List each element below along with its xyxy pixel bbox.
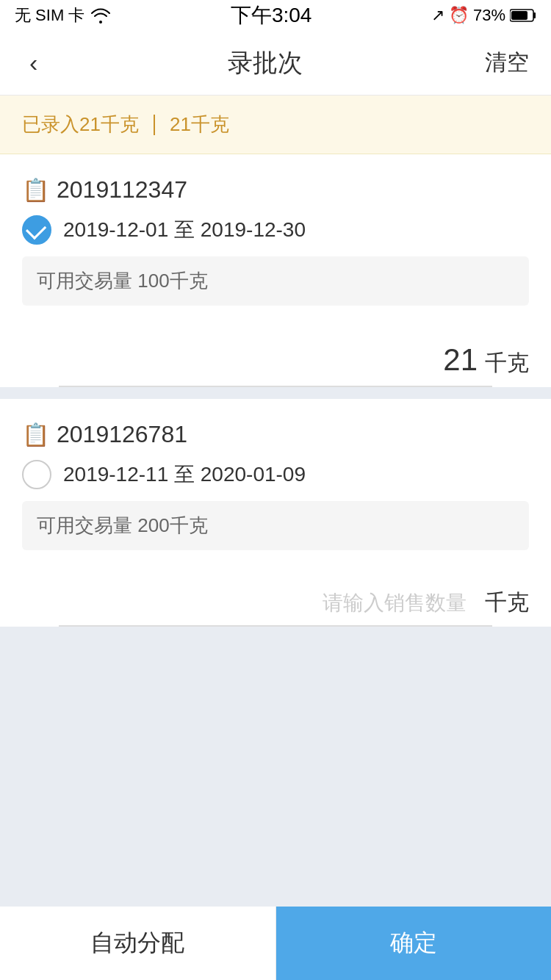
battery-icon xyxy=(510,8,536,23)
batch-2-date: 2019-12-11 至 2020-01-09 xyxy=(63,461,306,489)
batch-1-date: 2019-12-01 至 2019-12-30 xyxy=(63,216,306,244)
status-right: ↗ ⏰ 73% xyxy=(431,6,536,25)
batch-1-amount-row: 21 千克 xyxy=(0,328,551,386)
recorded-label: 已录入21千克 xyxy=(22,112,139,137)
batch-2-header: 📋 2019126781 xyxy=(22,421,529,448)
batch-1-amount-unit: 千克 xyxy=(485,348,529,378)
location-icon: ↗ xyxy=(431,6,444,25)
batch-1-date-row[interactable]: 2019-12-01 至 2019-12-30 xyxy=(22,215,529,245)
info-amount: 21千克 xyxy=(170,112,229,137)
alarm-icon: ⏰ xyxy=(449,6,469,25)
batch-2-qty-input[interactable] xyxy=(257,587,478,616)
batch-1-radio[interactable] xyxy=(22,215,51,245)
batch-2-available: 可用交易量 200千克 xyxy=(22,501,529,550)
svg-rect-2 xyxy=(511,11,527,20)
auto-distribute-button[interactable]: 自动分配 xyxy=(0,907,276,980)
status-time: 下午3:04 xyxy=(231,1,312,29)
batch-1-amount-value: 21 xyxy=(443,342,478,378)
confirm-button[interactable]: 确定 xyxy=(276,907,552,980)
status-left: 无 SIM 卡 xyxy=(15,4,111,26)
svg-rect-1 xyxy=(533,12,536,18)
batch-2-icon: 📋 xyxy=(22,422,49,447)
no-sim-text: 无 SIM 卡 xyxy=(15,4,84,26)
info-banner: 已录入21千克 21千克 xyxy=(0,96,551,154)
nav-bar: ‹ 录批次 清空 xyxy=(0,31,551,96)
batch-2-unit: 千克 xyxy=(485,588,529,618)
section-separator-1 xyxy=(0,387,551,399)
batch-2-date-row[interactable]: 2019-12-11 至 2020-01-09 xyxy=(22,460,529,489)
status-bar: 无 SIM 卡 下午3:04 ↗ ⏰ 73% xyxy=(0,0,551,31)
batch-1-id: 2019112347 xyxy=(57,176,187,203)
clear-button[interactable]: 清空 xyxy=(485,48,529,78)
bottom-bar: 自动分配 确定 xyxy=(0,907,551,980)
batch-1-icon: 📋 xyxy=(22,177,49,203)
back-button[interactable]: ‹ xyxy=(22,41,45,84)
battery-text: 73% xyxy=(473,6,505,25)
info-divider xyxy=(154,115,155,135)
section-separator-2 xyxy=(0,627,551,638)
batch-item-2: 📋 2019126781 2019-12-11 至 2020-01-09 可用交… xyxy=(0,399,551,627)
batch-2-input-row: 千克 xyxy=(0,572,551,625)
batch-2-id: 2019126781 xyxy=(57,421,187,448)
page-title: 录批次 xyxy=(228,46,303,80)
batch-item-1: 📋 2019112347 2019-12-01 至 2019-12-30 可用交… xyxy=(0,154,551,387)
batch-2-radio[interactable] xyxy=(22,460,51,489)
wifi-icon xyxy=(90,7,111,24)
batch-1-header: 📋 2019112347 xyxy=(22,176,529,203)
batch-1-available: 可用交易量 100千克 xyxy=(22,256,529,306)
